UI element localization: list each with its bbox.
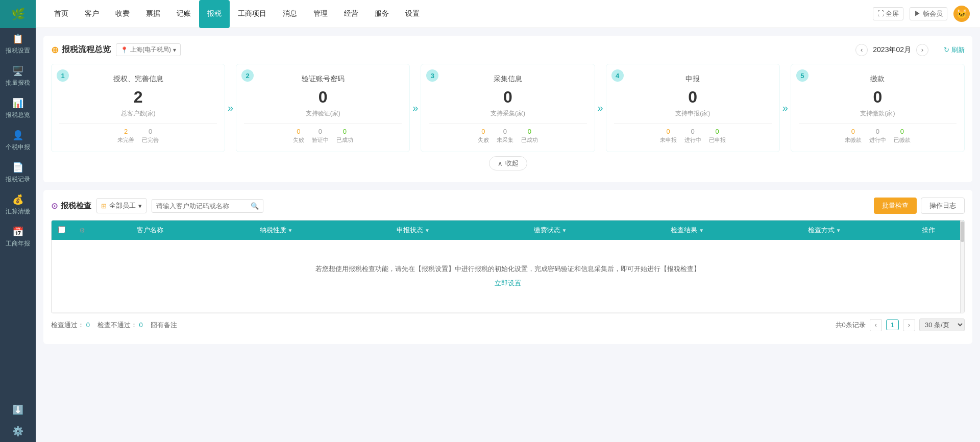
step-num-5: 5 — [796, 69, 808, 82]
nav-client[interactable]: 客户 — [77, 0, 107, 28]
flow-step-4: 4 申报 0 支持申报(家) 0 未申报 0 进行中 — [606, 64, 780, 152]
sidebar-item-baoshui-zonlan[interactable]: 📊 报税总览 — [0, 92, 36, 125]
sidebar-item-baoshui-shezhi[interactable]: 📋 报税设置 — [0, 28, 36, 60]
stat-val-incomplete: 2 — [124, 128, 128, 135]
select-all-checkbox[interactable] — [58, 226, 65, 233]
pass-count[interactable]: 0 — [86, 321, 90, 329]
stat-not-collected: 0 未采集 — [497, 128, 513, 144]
step-num-4: 4 — [611, 69, 624, 82]
th-declare-status[interactable]: 申报状态 ▼ — [345, 220, 482, 240]
next-page-btn[interactable]: › — [903, 319, 915, 331]
location-icon: 📍 — [120, 46, 128, 54]
setup-link[interactable]: 立即设置 — [66, 279, 950, 288]
chevron-up-icon: ∧ — [498, 160, 503, 167]
sidebar-item-label: 个税申报 — [6, 143, 30, 152]
prev-month-btn[interactable]: ‹ — [855, 44, 868, 56]
nav-jingying[interactable]: 经营 — [336, 0, 366, 28]
th-client-name: 客户名称 — [92, 220, 208, 240]
data-table: ⚙ 客户名称 纳税性质 ▼ — [52, 220, 964, 313]
nav-piaoju[interactable]: 票据 — [138, 0, 168, 28]
check-fail-stat: 检查不通过： 0 — [97, 321, 143, 330]
sidebar-item-geren-shenbao[interactable]: 👤 个税申报 — [0, 125, 36, 157]
step-count-4: 0 — [614, 88, 772, 107]
search-icon[interactable]: 🔍 — [251, 202, 259, 210]
sidebar: 🌿 📋 报税设置 🖥️ 批量报税 📊 报税总览 👤 个税申报 📄 报税记录 💰 … — [0, 0, 36, 442]
nav-gongshang[interactable]: 工商项目 — [230, 0, 275, 28]
th-check-method[interactable]: 检查方式 ▼ — [756, 220, 893, 240]
location-badge[interactable]: 📍 上海(电子税局) ▾ — [116, 43, 181, 56]
app-logo[interactable]: 🌿 — [0, 0, 36, 28]
stat-incomplete: 2 未完善 — [117, 128, 134, 144]
filter-icon-result: ▼ — [699, 228, 704, 233]
download-icon: ⬇️ — [12, 404, 23, 415]
flow-title: ⊕ 报税流程总览 — [51, 44, 111, 56]
stat-declared: 0 已申报 — [709, 128, 726, 144]
step-label-4: 支持申报(家) — [614, 109, 772, 118]
fullscreen-btn[interactable]: ⛶ 全屏 — [873, 7, 904, 20]
refresh-btn[interactable]: ↻ 刷新 — [944, 45, 965, 55]
stat-complete: 0 已完善 — [142, 128, 159, 144]
th-check-result[interactable]: 检查结果 ▼ — [619, 220, 756, 240]
flow-step-1: 1 授权、完善信息 2 总客户数(家) 2 未完善 0 已完善 — [51, 64, 225, 152]
stat-collect-failed: 0 失败 — [478, 128, 489, 144]
nav-fuwu[interactable]: 服务 — [366, 0, 397, 28]
gongshang-icon: 📅 — [12, 226, 23, 237]
nav-shoufei[interactable]: 收费 — [107, 0, 138, 28]
gear-icon[interactable]: ⚙ — [79, 227, 85, 234]
log-btn[interactable]: 操作日志 — [921, 198, 965, 214]
table-footer: 检查通过： 0 检查不通过： 0 囧有备注 共0条记录 ‹ 1 › 30 条/页… — [51, 313, 965, 336]
filter-icon-tax: ▼ — [288, 228, 293, 233]
vip-btn[interactable]: ▶ 畅会员 — [910, 7, 947, 20]
th-tax-nature[interactable]: 纳税性质 ▼ — [208, 220, 345, 240]
collapse-btn[interactable]: ∧ 收起 — [489, 156, 527, 170]
th-pay-status[interactable]: 缴费状态 ▼ — [482, 220, 619, 240]
check-pass-stat: 检查通过： 0 — [51, 321, 90, 330]
pagination: 共0条记录 ‹ 1 › 30 条/页50 条/页100 条/页 — [836, 318, 965, 331]
batch-check-btn[interactable]: 批量检查 — [874, 198, 917, 214]
table-wrapper: ⚙ 客户名称 纳税性质 ▼ — [51, 220, 965, 313]
step-title-2: 验证账号密码 — [244, 75, 402, 84]
nav-shezhi[interactable]: 设置 — [397, 0, 428, 28]
table-icon: ⊞ — [101, 202, 107, 210]
sidebar-item-settings[interactable]: ⚙️ — [12, 421, 23, 442]
flow-steps: 1 授权、完善信息 2 总客户数(家) 2 未完善 0 已完善 — [51, 64, 965, 152]
huisuan-icon: 💰 — [12, 194, 23, 205]
sidebar-item-label: 工商年报 — [6, 239, 30, 248]
nav-baoshui[interactable]: 报税 — [199, 0, 230, 28]
fail-count[interactable]: 0 — [139, 321, 142, 329]
nav-guanli[interactable]: 管理 — [305, 0, 336, 28]
scrollbar[interactable] — [960, 220, 964, 313]
next-month-btn[interactable]: › — [916, 44, 928, 56]
logo-icon: 🌿 — [11, 8, 25, 21]
baoshui-shezhi-icon: 📋 — [12, 33, 23, 44]
sidebar-item-baoshui-jilu[interactable]: 📄 报税记录 — [0, 157, 36, 189]
sidebar-item-piliang-baoshui[interactable]: 🖥️ 批量报税 — [0, 60, 36, 92]
collapse-row: ∧ 收起 — [51, 152, 965, 175]
content-area: ⊕ 报税流程总览 📍 上海(电子税局) ▾ ‹ 2023年02月 › ↻ 刷新 — [36, 28, 980, 442]
avatar[interactable]: 🐱 — [953, 6, 970, 22]
prev-page-btn[interactable]: ‹ — [870, 319, 882, 331]
nav-xiaoxi[interactable]: 消息 — [275, 0, 305, 28]
stat-not-declared: 0 未申报 — [660, 128, 677, 144]
stat-label-failed: 失败 — [293, 136, 304, 144]
geren-shenbao-icon: 👤 — [12, 130, 23, 141]
search-input[interactable] — [156, 202, 248, 210]
flow-arrow-3: » — [595, 64, 606, 152]
circle-purple-icon: ⊙ — [51, 201, 58, 211]
sidebar-item-huisuan-qingshu[interactable]: 💰 汇算清缴 — [0, 189, 36, 221]
sidebar-item-download[interactable]: ⬇️ — [12, 399, 23, 421]
nav-home[interactable]: 首页 — [46, 0, 77, 28]
step-stats-4: 0 未申报 0 进行中 0 已申报 — [614, 123, 772, 144]
employee-filter[interactable]: ⊞ 全部员工 ▾ — [96, 198, 146, 213]
main-wrapper: 首页 客户 收费 票据 记账 报税 工商项目 消息 管理 经营 服务 设置 ⛶ … — [36, 0, 980, 442]
topnav-right: ⛶ 全屏 ▶ 畅会员 🐱 — [873, 6, 970, 22]
stat-paying: 0 进行中 — [869, 128, 886, 144]
step-title-1: 授权、完善信息 — [59, 75, 217, 84]
sidebar-item-gongshang-nianzhao[interactable]: 📅 工商年报 — [0, 221, 36, 253]
stat-val-complete: 0 — [149, 128, 152, 135]
plus-icon: ⊕ — [51, 44, 59, 56]
nav-jizhang[interactable]: 记账 — [168, 0, 199, 28]
empty-cell: 若您想使用报税检查功能，请先在【报税设置】中进行报税的初始化设置，完成密码验证和… — [52, 240, 964, 313]
step-stats-2: 0 失败 0 验证中 0 已成功 — [244, 123, 402, 144]
per-page-select[interactable]: 30 条/页50 条/页100 条/页 — [919, 318, 965, 331]
